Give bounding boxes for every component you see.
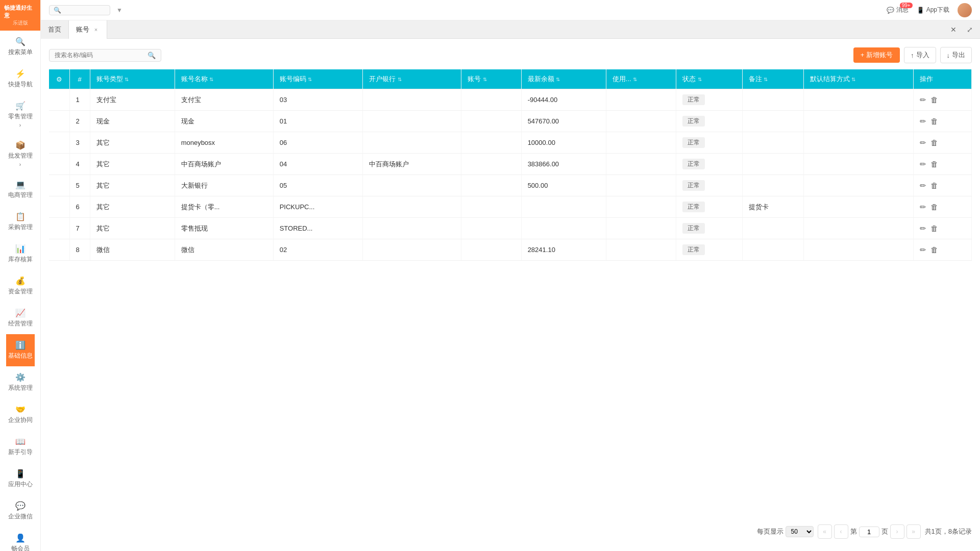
- sidebar-item-purchase-mgmt[interactable]: 📋 采购管理: [6, 206, 35, 238]
- row-account-code: 05: [273, 175, 363, 196]
- delete-button[interactable]: 🗑: [930, 138, 938, 147]
- tab-account-close[interactable]: ×: [92, 26, 100, 33]
- edit-button[interactable]: ✏: [920, 138, 926, 147]
- search-container[interactable]: 🔍: [49, 49, 161, 62]
- col-account-code[interactable]: 账号编码 ⇅: [273, 69, 363, 89]
- user-avatar[interactable]: [958, 3, 972, 17]
- topbar-search[interactable]: 🔍: [49, 5, 110, 15]
- edit-button[interactable]: ✏: [920, 95, 926, 105]
- tab-home-label: 首页: [48, 25, 61, 34]
- col-balance[interactable]: 最新余额 ⇅: [521, 69, 606, 89]
- message-badge: 99+: [900, 3, 913, 8]
- message-button[interactable]: 💬 消息 99+: [887, 6, 909, 14]
- sidebar-item-inventory[interactable]: 📊 库存核算: [6, 238, 35, 270]
- tab-home[interactable]: 首页: [41, 20, 69, 39]
- sidebar-item-enterprise-agreement[interactable]: 🤝 企业协同: [6, 398, 35, 431]
- edit-button[interactable]: ✏: [920, 117, 926, 126]
- sidebar-item-capital-mgmt[interactable]: 💰 资金管理: [6, 270, 35, 302]
- edit-button[interactable]: ✏: [920, 245, 926, 255]
- sidebar-item-retail-mgmt[interactable]: 🛒 零售管理 ›: [6, 95, 35, 134]
- col-account-type[interactable]: 账号类型 ⇅: [90, 69, 175, 89]
- sidebar-label-basic-info: 基础信息: [8, 352, 33, 360]
- tab-maximize[interactable]: ⤢: [964, 23, 976, 36]
- delete-button[interactable]: 🗑: [930, 224, 938, 233]
- sidebar-label-new-guide: 新手引导: [8, 448, 33, 457]
- sidebar-icon-wholesale-mgmt: 📦: [15, 140, 26, 150]
- row-balance: 10000.00: [521, 132, 606, 154]
- sidebar-label-ecommerce: 电商管理: [8, 191, 33, 199]
- tab-close-all[interactable]: ✕: [947, 23, 960, 36]
- sidebar-item-system-mgmt[interactable]: ⚙️ 系统管理: [6, 366, 35, 398]
- sidebar-item-ecommerce[interactable]: 💻 电商管理: [6, 173, 35, 206]
- sidebar-item-member[interactable]: 👤 畅会员: [6, 527, 35, 551]
- row-usage: [606, 175, 676, 196]
- row-settings: [49, 218, 69, 239]
- row-index: 5: [69, 175, 90, 196]
- tabbar: 首页 账号 × ✕ ⤢: [41, 20, 980, 39]
- first-page-button[interactable]: «: [818, 524, 832, 539]
- topbar-right: 💬 消息 99+ 📱 App下载: [887, 3, 972, 17]
- delete-button[interactable]: 🗑: [930, 95, 938, 105]
- row-index: 3: [69, 132, 90, 154]
- delete-button[interactable]: 🗑: [930, 160, 938, 169]
- sidebar-item-new-guide[interactable]: 📖 新手引导: [6, 431, 35, 463]
- col-settings[interactable]: ⚙: [49, 69, 69, 89]
- sidebar-item-basic-info[interactable]: ℹ️ 基础信息: [6, 334, 35, 366]
- add-account-button[interactable]: + 新增账号: [853, 47, 900, 63]
- page-size-select[interactable]: 50 100 200: [786, 526, 814, 537]
- row-index: 7: [69, 218, 90, 239]
- sidebar-item-app-center[interactable]: 📱 应用中心: [6, 463, 35, 495]
- tab-account[interactable]: 账号 ×: [69, 20, 107, 39]
- delete-button[interactable]: 🗑: [930, 245, 938, 255]
- prev-page-button[interactable]: ‹: [834, 524, 848, 539]
- row-actions: ✏ 🗑: [913, 132, 971, 154]
- sidebar-item-search-menu[interactable]: 🔍 搜索菜单: [6, 31, 35, 63]
- sidebar-item-enterprise-wechat[interactable]: 💬 企业微信: [6, 495, 35, 527]
- edit-button[interactable]: ✏: [920, 160, 926, 169]
- col-default-settlement[interactable]: 默认结算方式 ⇅: [803, 69, 913, 89]
- col-bank[interactable]: 开户银行 ⇅: [363, 69, 461, 89]
- app-download-button[interactable]: 📱 App下载: [917, 6, 949, 14]
- delete-button[interactable]: 🗑: [930, 203, 938, 212]
- sidebar-arrow-wholesale-mgmt: ›: [19, 162, 21, 167]
- row-actions: ✏ 🗑: [913, 218, 971, 239]
- import-label: 导入: [916, 51, 929, 60]
- next-page-button[interactable]: ›: [890, 524, 904, 539]
- delete-button[interactable]: 🗑: [930, 117, 938, 126]
- search-input[interactable]: [55, 52, 144, 59]
- row-account-name: 提货卡（零...: [175, 196, 273, 218]
- export-button[interactable]: ↓ 导出: [940, 47, 972, 63]
- col-remark[interactable]: 备注 ⇅: [742, 69, 803, 89]
- status-badge: 正常: [682, 223, 705, 234]
- download-icon: 📱: [917, 7, 924, 14]
- col-status[interactable]: 状态 ⇅: [676, 69, 742, 89]
- edit-button[interactable]: ✏: [920, 181, 926, 190]
- sidebar-label-retail-mgmt: 零售管理: [8, 112, 33, 121]
- col-account-no[interactable]: 账号 ⇅: [461, 69, 521, 89]
- row-usage: [606, 89, 676, 111]
- row-bank: [363, 218, 461, 239]
- sidebar-label-system-mgmt: 系统管理: [8, 384, 33, 392]
- row-actions: ✏ 🗑: [913, 89, 971, 111]
- dropdown-icon[interactable]: ▼: [116, 7, 122, 14]
- sidebar-label-enterprise-agreement: 企业协同: [8, 416, 33, 424]
- delete-button[interactable]: 🗑: [930, 181, 938, 190]
- sidebar-item-wholesale-mgmt[interactable]: 📦 批发管理 ›: [6, 134, 35, 173]
- sidebar-item-quick-nav[interactable]: ⚡ 快捷导航: [6, 63, 35, 95]
- search-submit-icon[interactable]: 🔍: [148, 52, 156, 59]
- import-button[interactable]: ↑ 导入: [904, 47, 936, 63]
- table-body: 1 支付宝 支付宝 03 -90444.00 正常 ✏ 🗑 2 现金 现金 01…: [49, 89, 972, 261]
- row-remark: [742, 111, 803, 132]
- sidebar-icon-basic-info: ℹ️: [15, 340, 26, 350]
- edit-button[interactable]: ✏: [920, 203, 926, 212]
- col-account-name[interactable]: 账号名称 ⇅: [175, 69, 273, 89]
- sidebar-item-operations[interactable]: 📈 经营管理: [6, 302, 35, 334]
- sidebar-icon-member: 👤: [15, 533, 26, 543]
- sidebar-icon-purchase-mgmt: 📋: [15, 212, 26, 221]
- col-action: 操作: [913, 69, 971, 89]
- edit-button[interactable]: ✏: [920, 224, 926, 233]
- col-usage[interactable]: 使用... ⇅: [606, 69, 676, 89]
- row-account-no: [461, 239, 521, 261]
- page-number-input[interactable]: [859, 527, 879, 537]
- last-page-button[interactable]: »: [906, 524, 921, 539]
